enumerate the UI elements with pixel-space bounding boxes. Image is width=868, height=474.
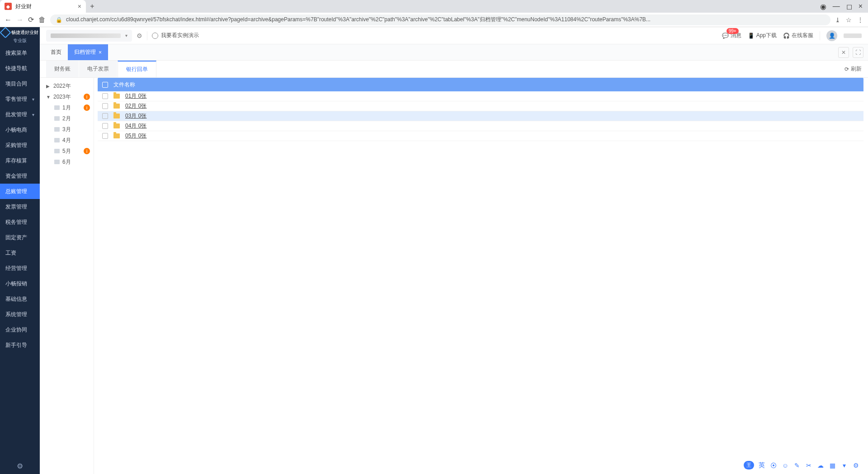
smile-icon[interactable]: ☺ <box>781 461 789 469</box>
sidebar-item[interactable]: 项目合同 <box>0 76 40 91</box>
back-icon[interactable]: ← <box>5 16 12 24</box>
tree-month-5[interactable]: 5月 i <box>40 146 94 156</box>
sidebar-item[interactable]: 系统管理 <box>0 307 40 322</box>
scissors-icon[interactable]: ✂ <box>805 461 813 469</box>
down-icon[interactable]: ▾ <box>840 461 848 469</box>
sidebar-item[interactable]: 批发管理▾ <box>0 107 40 122</box>
close-tab-icon[interactable]: × <box>99 49 102 56</box>
app-download-button[interactable]: 📱 App下载 <box>748 32 777 39</box>
sidebar: 畅捷通好业财 专业版 搜索菜单快捷导航项目合同零售管理▾批发管理▾小畅电商采购管… <box>0 27 40 474</box>
tree-month-4[interactable]: 4月 <box>40 135 94 146</box>
close-all-tabs-icon[interactable]: ✕ <box>838 47 849 58</box>
ime-lang[interactable]: 英 <box>758 461 766 469</box>
url-input[interactable]: 🔒 cloud.chanjet.com/cc/u6d89qwnryel/57bf… <box>50 14 830 25</box>
browser-tab[interactable]: ◆ 好业财 × <box>0 0 86 13</box>
trash-icon[interactable]: 🗑 <box>38 16 46 24</box>
select-all-checkbox[interactable] <box>102 82 108 88</box>
sidebar-item[interactable]: 工资 <box>0 245 40 261</box>
sidebar-item[interactable]: 总账管理 <box>0 184 40 199</box>
file-row[interactable]: 02月 0张 <box>98 101 863 111</box>
row-checkbox[interactable] <box>102 103 108 109</box>
sidebar-item[interactable]: 基础信息 <box>0 291 40 307</box>
tree-year-2023[interactable]: ▼ 2023年 i <box>40 91 94 102</box>
forward-icon[interactable]: → <box>16 16 24 24</box>
tree-month-6[interactable]: 6月 <box>40 156 94 167</box>
subtab-einvoice[interactable]: 电子发票 <box>79 61 117 77</box>
logo-edition: 专业版 <box>13 38 27 44</box>
tab-home[interactable]: 首页 <box>44 44 68 60</box>
row-checkbox[interactable] <box>102 113 108 119</box>
file-name[interactable]: 01月 0张 <box>125 92 146 100</box>
minimize-icon[interactable]: — <box>833 2 840 10</box>
sidebar-item-label: 采购管理 <box>5 142 27 149</box>
edit-icon[interactable]: ✎ <box>793 461 801 469</box>
sidebar-item[interactable]: 新手引导 <box>0 337 40 353</box>
company-settings-icon[interactable]: ⚙ <box>137 32 142 39</box>
file-row[interactable]: 04月 0张 <box>98 121 863 131</box>
gear-icon[interactable]: ⚙ <box>852 461 860 469</box>
messages-button[interactable]: 💬 消息 99+ <box>722 32 741 39</box>
chevron-down-icon: ▾ <box>125 33 127 38</box>
sidebar-item-label: 项目合同 <box>5 80 27 88</box>
subtab-bankreceipt[interactable]: 银行回单 <box>118 61 156 77</box>
menu-icon[interactable]: ⋮ <box>857 16 863 24</box>
floating-toolbar: 王 英 ⦿ ☺ ✎ ✂ ☁ ▦ ▾ ⚙ <box>740 459 863 471</box>
tab-title: 好业财 <box>15 3 74 10</box>
tree-label: 6月 <box>62 158 94 166</box>
sidebar-item[interactable]: 搜索菜单 <box>0 45 40 61</box>
row-checkbox[interactable] <box>102 133 108 139</box>
profile-icon[interactable]: ◉ <box>820 2 826 11</box>
tree-month-1[interactable]: 1月 i <box>40 102 94 113</box>
grid-icon[interactable]: ▦ <box>828 461 836 469</box>
demo-link[interactable]: 我要看实例演示 <box>152 32 199 39</box>
expand-icon[interactable]: ▶ <box>46 84 51 89</box>
sidebar-item[interactable]: 库存核算 <box>0 153 40 168</box>
company-selector[interactable]: ▾ <box>46 30 132 42</box>
subtab-finance[interactable]: 财务账 <box>46 61 79 77</box>
file-name[interactable]: 05月 0张 <box>125 132 146 140</box>
sidebar-item[interactable]: 小畅报销 <box>0 276 40 291</box>
sidebar-item[interactable]: 经营管理 <box>0 261 40 276</box>
new-tab-button[interactable]: + <box>86 0 99 13</box>
ime-pill[interactable]: 王 <box>744 461 754 469</box>
sidebar-item[interactable]: 企业协同 <box>0 322 40 337</box>
folder-icon <box>54 105 60 110</box>
maximize-icon[interactable]: ◻ <box>846 2 852 11</box>
fullscreen-icon[interactable]: ⛶ <box>853 47 863 58</box>
close-tab-icon[interactable]: × <box>78 3 81 10</box>
row-checkbox[interactable] <box>102 93 108 99</box>
file-row[interactable]: 05月 0张 <box>98 131 863 141</box>
sidebar-item-label: 小畅报销 <box>5 280 27 288</box>
cloud-icon[interactable]: ☁ <box>816 461 825 469</box>
sidebar-item[interactable]: 小畅电商 <box>0 122 40 137</box>
close-window-icon[interactable]: × <box>859 2 863 10</box>
sidebar-item[interactable]: 采购管理 <box>0 137 40 153</box>
collapse-icon[interactable]: ▼ <box>46 95 51 100</box>
tool-icon[interactable]: ⦿ <box>769 461 778 469</box>
sidebar-item[interactable]: 固定资产 <box>0 230 40 245</box>
file-row[interactable]: 03月 0张 <box>98 111 863 121</box>
alert-badge-icon: i <box>84 148 90 154</box>
reload-icon[interactable]: ⟳ <box>28 15 34 24</box>
install-icon[interactable]: ⤓ <box>835 16 840 24</box>
refresh-button[interactable]: ⟳ 刷新 <box>844 61 862 77</box>
file-row[interactable]: 01月 0张 <box>98 91 863 101</box>
favicon-icon: ◆ <box>5 3 12 10</box>
star-icon[interactable]: ☆ <box>846 16 852 24</box>
tree-month-2[interactable]: 2月 <box>40 113 94 124</box>
sidebar-item[interactable]: 快捷导航 <box>0 61 40 76</box>
sidebar-item[interactable]: 零售管理▾ <box>0 91 40 107</box>
file-name[interactable]: 02月 0张 <box>125 102 146 110</box>
file-name[interactable]: 04月 0张 <box>125 122 146 130</box>
tree-month-3[interactable]: 3月 <box>40 124 94 135</box>
tab-archive[interactable]: 归档管理 × <box>68 44 108 60</box>
sidebar-item[interactable]: 发票管理 <box>0 199 40 214</box>
file-name[interactable]: 03月 0张 <box>125 112 146 120</box>
tree-year-2022[interactable]: ▶ 2022年 <box>40 81 94 91</box>
online-service-button[interactable]: 🎧 在线客服 <box>783 32 813 39</box>
avatar[interactable]: 👤 <box>826 30 837 41</box>
sidebar-item[interactable]: 税务管理 <box>0 214 40 230</box>
settings-gear-icon[interactable]: ⚙ <box>0 458 40 474</box>
row-checkbox[interactable] <box>102 123 108 129</box>
sidebar-item[interactable]: 资金管理 <box>0 168 40 184</box>
